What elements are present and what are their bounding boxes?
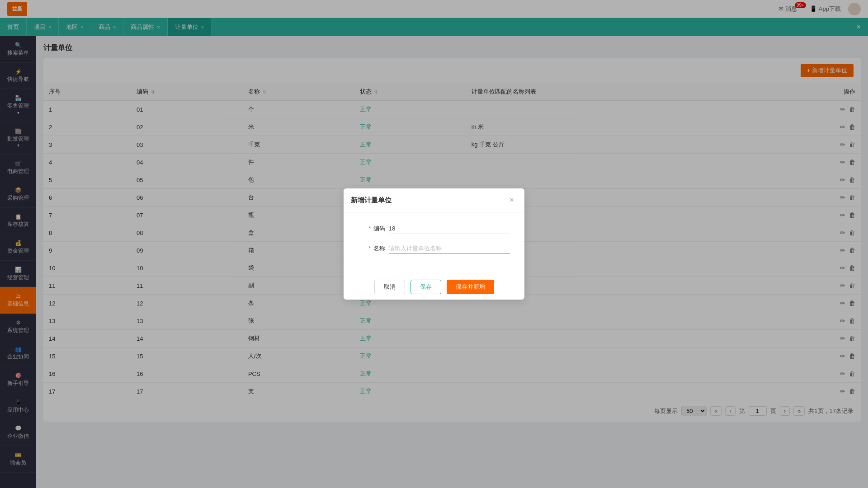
modal-body: * 编码 * 名称 [344, 212, 524, 274]
modal-header: 新增计量单位 × [344, 188, 524, 212]
name-label-text: 名称 [373, 245, 385, 252]
required-star-code: * [368, 225, 371, 232]
save-button[interactable]: 保存 [410, 280, 441, 294]
required-star-name: * [368, 245, 371, 252]
modal-title: 新增计量单位 [351, 196, 392, 205]
form-item-name: * 名称 [358, 243, 510, 254]
form-name-label: * 名称 [358, 244, 385, 253]
modal-overlay: 新增计量单位 × * 编码 * 名称 取消 保存 保存并新增 [0, 0, 868, 488]
add-unit-modal: 新增计量单位 × * 编码 * 名称 取消 保存 保存并新增 [344, 188, 524, 300]
form-item-code: * 编码 [358, 223, 510, 234]
code-input[interactable] [389, 223, 510, 234]
cancel-button[interactable]: 取消 [374, 280, 405, 294]
form-code-label: * 编码 [358, 225, 385, 233]
name-input[interactable] [389, 243, 510, 254]
code-label-text: 编码 [373, 225, 385, 232]
modal-footer: 取消 保存 保存并新增 [344, 274, 524, 300]
modal-close-button[interactable]: × [506, 195, 517, 206]
save-and-new-button[interactable]: 保存并新增 [447, 280, 494, 294]
